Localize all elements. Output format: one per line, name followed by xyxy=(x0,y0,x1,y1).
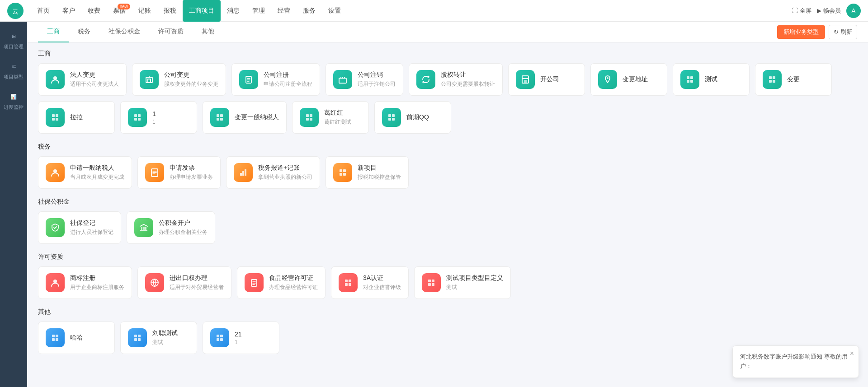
card-icon xyxy=(134,218,153,237)
svg-rect-18 xyxy=(56,114,58,117)
main-layout: ⊞项目管理🏷项目类型📊进度监控 工商税务社保公积金许可资质其他 新增业务类型 ↻… xyxy=(0,22,868,387)
card-text: 测试项目类型目定义 测试 xyxy=(446,274,503,291)
nav-item-记账[interactable]: 记账 xyxy=(132,0,157,22)
card-icon xyxy=(516,70,535,89)
card-desc: 报税加税控盘保管 xyxy=(358,173,401,181)
sidebar-item-进度监控[interactable]: 📊进度监控 xyxy=(1,87,26,115)
service-card[interactable]: 公司注销 适用于注销公司 xyxy=(326,63,403,96)
refresh-button[interactable]: ↻ 刷新 xyxy=(829,25,857,39)
service-card[interactable]: 公积金开户 办理公积金相关业务 xyxy=(127,211,215,244)
sidebar-icon-2: 📊 xyxy=(8,91,19,102)
nav-item-报税[interactable]: 报税 xyxy=(157,0,183,22)
nav-item-设置[interactable]: 设置 xyxy=(322,0,347,22)
card-icon xyxy=(46,70,65,89)
card-desc: 当月或次月成变更完成 xyxy=(70,173,124,181)
card-icon xyxy=(46,218,65,237)
nav-item-收费[interactable]: 收费 xyxy=(81,0,107,22)
service-card[interactable]: 变更地址 xyxy=(590,63,667,96)
card-text: 1 1 xyxy=(152,110,156,125)
svg-rect-59 xyxy=(428,283,431,286)
sidebar-icon-0: ⊞ xyxy=(8,31,19,42)
card-desc: 1 xyxy=(235,339,242,345)
tab-税务[interactable]: 税务 xyxy=(69,22,99,42)
add-type-button[interactable]: 新增业务类型 xyxy=(777,25,825,39)
card-grid-社保公积金: 社保登记 进行人员社保登记 公积金开户 办理公积金相关业务 xyxy=(38,211,857,244)
section-title-工商: 工商 xyxy=(38,50,857,58)
card-name: 新项目 xyxy=(358,164,401,172)
nav-item-客户[interactable]: 客户 xyxy=(56,0,81,22)
card-grid-工商: 法人变更 适用于公司变更法人 公司变更 股权变更外的业务变更 公司注册 申请公司… xyxy=(38,63,857,134)
service-card[interactable]: 哈哈 xyxy=(38,322,115,354)
service-card[interactable]: 刘聪测试 测试 xyxy=(120,322,197,354)
svg-point-8 xyxy=(607,77,609,79)
tab-许可资质[interactable]: 许可资质 xyxy=(149,22,193,42)
notification-close[interactable]: × xyxy=(850,350,854,358)
service-card[interactable]: 进出口权办理 适用于对外贸易经营者 xyxy=(137,266,231,299)
nav-item-管理[interactable]: 管理 xyxy=(246,0,271,22)
service-card[interactable]: 公司注册 申请公司注册全流程 xyxy=(231,63,320,96)
service-card[interactable]: 开公司 xyxy=(508,63,585,96)
nav-item-消息[interactable]: 消息 xyxy=(221,0,246,22)
service-card[interactable]: 测试 xyxy=(673,63,750,96)
nav-item-服务[interactable]: 服务 xyxy=(297,0,322,22)
service-card[interactable]: 申请一般纳税人 当月或次月成变更完成 xyxy=(38,156,132,189)
nav-item-工商项目[interactable]: 工商项目 xyxy=(183,0,221,22)
service-card[interactable]: 葛红红 葛红红测试 xyxy=(292,101,369,134)
card-name: 3A认证 xyxy=(363,274,401,282)
svg-rect-5 xyxy=(339,78,346,83)
sidebar-item-项目类型[interactable]: 🏷项目类型 xyxy=(1,56,26,85)
service-card[interactable]: 商标注册 用于企业商标注册服务 xyxy=(38,266,132,299)
card-icon xyxy=(210,328,229,347)
service-card[interactable]: 新项目 报税加税控盘保管 xyxy=(326,156,409,189)
service-card[interactable]: 股权转让 公司变更需要股权转让 xyxy=(409,63,503,96)
svg-rect-57 xyxy=(428,280,431,282)
avatar[interactable]: A xyxy=(846,4,861,18)
member-btn[interactable]: ▶ 畅会员 xyxy=(817,7,841,15)
nav-item-经营[interactable]: 经营 xyxy=(271,0,297,22)
tab-社保公积金[interactable]: 社保公积金 xyxy=(99,22,149,42)
logo[interactable]: 云 xyxy=(7,3,24,19)
svg-point-37 xyxy=(53,169,57,173)
card-text: 法人变更 适用于公司变更法人 xyxy=(70,71,119,88)
svg-rect-17 xyxy=(52,114,55,117)
svg-rect-28 xyxy=(220,118,223,121)
card-desc: 1 xyxy=(152,119,156,125)
service-card[interactable]: 前期QQ xyxy=(374,101,451,134)
tab-工商[interactable]: 工商 xyxy=(38,22,69,42)
sidebar-item-项目管理[interactable]: ⊞项目管理 xyxy=(1,26,26,55)
svg-rect-67 xyxy=(134,338,137,341)
card-desc: 适用于公司变更法人 xyxy=(70,80,119,88)
card-icon xyxy=(210,108,229,127)
service-card[interactable]: 税务报道+记账 拿到营业执照的新公司 xyxy=(226,156,320,189)
card-name: 社保登记 xyxy=(70,219,113,227)
service-card[interactable]: 1 1 xyxy=(120,101,197,134)
service-card[interactable]: 变更 xyxy=(755,63,832,96)
service-card[interactable]: 拉拉 xyxy=(38,101,115,134)
card-text: 变更 xyxy=(787,75,800,84)
svg-rect-61 xyxy=(52,335,55,337)
card-name: 申请发票 xyxy=(170,164,213,172)
card-text: 社保登记 进行人员社保登记 xyxy=(70,219,113,236)
service-card[interactable]: 社保登记 进行人员社保登记 xyxy=(38,211,121,244)
service-card[interactable]: 测试项目类型目定义 测试 xyxy=(414,266,511,299)
card-icon xyxy=(46,328,65,347)
service-card[interactable]: 变更一般纳税人 xyxy=(203,101,287,134)
nav-item-首页[interactable]: 首页 xyxy=(31,0,56,22)
service-card[interactable]: 3A认证 对企业信誉评级 xyxy=(331,266,409,299)
svg-rect-65 xyxy=(134,335,137,337)
service-card[interactable]: 食品经营许可证 办理食品经营许可证 xyxy=(237,266,326,299)
svg-rect-71 xyxy=(217,338,219,341)
fullscreen-btn[interactable]: ⛶ 全屏 xyxy=(792,7,811,15)
service-card[interactable]: 法人变更 适用于公司变更法人 xyxy=(38,63,127,96)
nav-right: ⛶ 全屏 ▶ 畅会员 A xyxy=(792,4,861,18)
service-card[interactable]: 申请发票 办理申请发票业务 xyxy=(137,156,221,189)
card-desc: 申请公司注册全流程 xyxy=(264,80,312,88)
card-icon xyxy=(46,163,65,182)
nav-item-票据[interactable]: 票据new xyxy=(107,0,132,22)
service-card[interactable]: 公司变更 股权变更外的业务变更 xyxy=(132,63,226,96)
card-icon xyxy=(598,70,617,89)
svg-rect-36 xyxy=(392,118,395,121)
svg-rect-46 xyxy=(141,227,142,230)
tab-其他[interactable]: 其他 xyxy=(193,22,223,42)
service-card[interactable]: 21 1 xyxy=(203,322,279,354)
